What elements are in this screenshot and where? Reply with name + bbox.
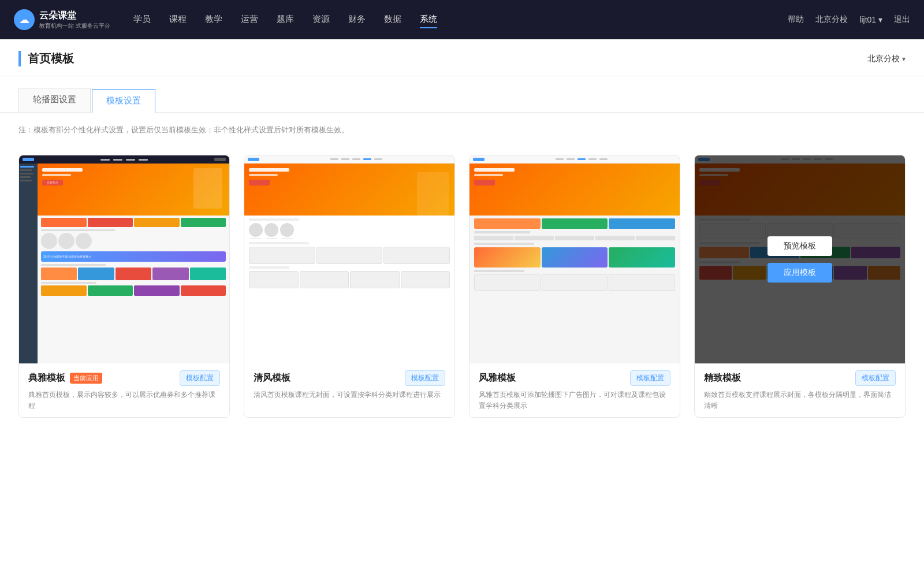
nav-logout[interactable]: 退出 [894, 14, 910, 25]
logo-text: 云朵课堂 教育机构一站 式服务云平台 [39, 10, 110, 29]
nav-item-students[interactable]: 学员 [133, 12, 151, 28]
template-4-name: 精致模板 [704, 372, 741, 384]
preview-button-4[interactable]: 预览模板 [767, 236, 832, 256]
preview-button-1[interactable]: 预览模板 [92, 236, 157, 256]
nav-item-questions[interactable]: 题库 [277, 12, 294, 28]
template-1-desc: 典雅首页模板，展示内容较多，可以展示优惠券和多个推荐课程 [28, 389, 220, 411]
page-title: 首页模板 [18, 51, 74, 66]
nav-menu: 学员 课程 教学 运营 题库 资源 财务 数据 系统 [133, 12, 788, 28]
nav-bar: ☁ 云朵课堂 教育机构一站 式服务云平台 学员 课程 教学 运营 题库 资源 财… [0, 0, 924, 39]
nav-item-courses[interactable]: 课程 [169, 12, 187, 28]
page-header: 首页模板 北京分校 ▾ [0, 39, 924, 76]
template-card-2[interactable]: 预览模板 应用模板 清风模板 模板配置 清风首页模板课程无封面，可设置按学科分类… [244, 155, 455, 418]
apply-button-4[interactable]: 应用模板 [767, 263, 832, 283]
apply-button-2[interactable]: 应用模板 [317, 263, 382, 283]
nav-school[interactable]: 北京分校 [815, 14, 848, 25]
nav-item-teaching[interactable]: 教学 [205, 12, 222, 28]
tab-template[interactable]: 模板设置 [92, 89, 155, 113]
nav-item-finance[interactable]: 财务 [348, 12, 366, 28]
page-content: 首页模板 北京分校 ▾ 轮播图设置 模板设置 注：模板有部分个性化样式设置，设置… [0, 39, 924, 572]
tab-bar: 轮播图设置 模板设置 [0, 76, 924, 113]
template-2-desc: 清风首页模板课程无封面，可设置按学科分类对课程进行展示 [254, 389, 445, 400]
school-selector[interactable]: 北京分校 ▾ [867, 54, 906, 64]
template-preview-2: 预览模板 应用模板 [244, 155, 454, 363]
nav-item-system[interactable]: 系统 [420, 12, 437, 28]
templates-grid: 立即学习 [0, 141, 924, 441]
nav-right: 帮助 北京分校 lijt01 ▾ 退出 [788, 14, 910, 25]
template-3-config-btn[interactable]: 模板配置 [630, 370, 670, 386]
template-4-overlay: 预览模板 应用模板 [695, 155, 905, 363]
template-card-4[interactable]: 预览模板 应用模板 精致模板 模板配置 精致首页模板支持课程展示封面，各模板分隔… [694, 155, 906, 418]
nav-item-data[interactable]: 数据 [384, 12, 401, 28]
template-3-name-row: 风雅模板 模板配置 [479, 370, 670, 386]
template-1-footer: 典雅模板 当前应用 模板配置 典雅首页模板，展示内容较多，可以展示优惠券和多个推… [19, 363, 229, 417]
template-2-name-row: 清风模板 模板配置 [254, 370, 445, 386]
template-1-config-btn[interactable]: 模板配置 [180, 370, 220, 386]
nav-user[interactable]: lijt01 ▾ [859, 15, 882, 24]
template-2-footer: 清风模板 模板配置 清风首页模板课程无封面，可设置按学科分类对课程进行展示 [244, 363, 454, 406]
template-1-name-row: 典雅模板 当前应用 模板配置 [28, 370, 220, 386]
template-card-3[interactable]: 预览模板 应用模板 风雅模板 模板配置 风雅首页模板可添加轮播图下广告图片，可对… [469, 155, 680, 418]
nav-item-resources[interactable]: 资源 [312, 12, 330, 28]
template-1-name: 典雅模板 [28, 372, 65, 384]
template-3-footer: 风雅模板 模板配置 风雅首页模板可添加轮播图下广告图片，可对课程及课程包设置学科… [470, 363, 680, 417]
template-preview-4: 预览模板 应用模板 [695, 155, 905, 363]
template-4-config-btn[interactable]: 模板配置 [855, 370, 896, 386]
tab-carousel[interactable]: 轮播图设置 [18, 88, 91, 112]
chevron-down-icon: ▾ [902, 55, 906, 63]
template-3-desc: 风雅首页模板可添加轮播图下广告图片，可对课程及课程包设置学科分类展示 [479, 389, 670, 411]
preview-button-3[interactable]: 预览模板 [542, 236, 607, 256]
template-1-badge: 当前应用 [70, 373, 102, 384]
template-2-config-btn[interactable]: 模板配置 [405, 370, 445, 386]
template-4-footer: 精致模板 模板配置 精致首页模板支持课程展示封面，各模板分隔明显，界面简洁清晰 [695, 363, 905, 417]
page-note: 注：模板有部分个性化样式设置，设置后仅当前模板生效；非个性化样式设置后针对所有模… [0, 113, 924, 141]
template-4-name-row: 精致模板 模板配置 [704, 370, 896, 386]
apply-button-1[interactable]: 应用模板 [92, 263, 157, 283]
preview-button-2[interactable]: 预览模板 [317, 236, 382, 256]
template-4-desc: 精致首页模板支持课程展示封面，各模板分隔明显，界面简洁清晰 [704, 389, 896, 411]
nav-item-operations[interactable]: 运营 [241, 12, 258, 28]
template-preview-3: 预览模板 应用模板 [470, 155, 680, 363]
template-preview-1: 立即学习 [19, 155, 229, 363]
nav-logo[interactable]: ☁ 云朵课堂 教育机构一站 式服务云平台 [14, 9, 110, 30]
template-3-name: 风雅模板 [479, 372, 516, 384]
nav-help[interactable]: 帮助 [788, 14, 804, 25]
logo-icon: ☁ [14, 9, 35, 30]
apply-button-3[interactable]: 应用模板 [542, 263, 607, 283]
template-2-name: 清风模板 [254, 372, 290, 384]
template-card-1[interactable]: 立即学习 [18, 155, 230, 418]
